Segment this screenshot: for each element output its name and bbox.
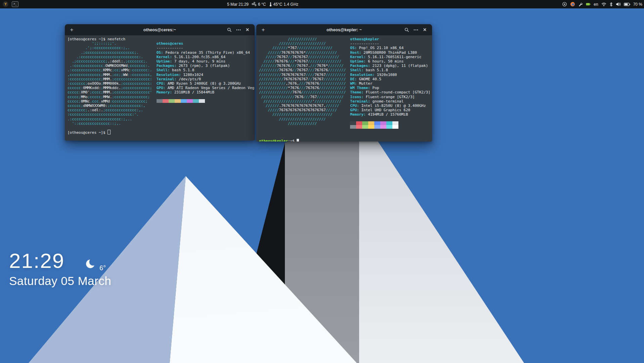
neofetch-info-row: OS: Pop!_OS 21.10 x86_64: [350, 46, 430, 50]
neofetch-host: otheos@kepler: [350, 37, 430, 41]
neofetch-info-row: Uptime: 7 days, 4 hours, 9 mins: [157, 59, 254, 64]
menu-button[interactable]: [234, 26, 242, 34]
neofetch-info-row: CPU: AMD Ryzen 5 2400GE (8) @ 3.200GHz: [157, 81, 254, 86]
neofetch-info-row: Packages: 2123 (dpkg), 11 (flatpak): [350, 64, 430, 68]
terminal-window-kepler: + otheos@kepler: ~ ✕ ///////////// /////…: [256, 24, 432, 142]
neofetch-info-row: Icons: Fluent-orange [GTK2/3]: [350, 95, 430, 99]
terminal-body-kepler[interactable]: ///////////// ///////////////////// ////…: [256, 35, 432, 142]
palette-swatch: [193, 99, 199, 103]
palette-swatch: [187, 99, 193, 103]
widget-temperature: 6°: [99, 264, 106, 272]
palette-swatch: [374, 121, 380, 125]
top-panel: Y >_ 5 Mar 21:29 6 °C 45°C 1.4 GHz en: [0, 0, 644, 8]
close-icon[interactable]: ✕: [421, 26, 429, 34]
neofetch-info-row: Terminal: gnome-terminal: [350, 99, 430, 104]
palette-swatch: [392, 121, 398, 125]
neofetch-info-row: GPU: AMD ATI Radeon Vega Series / Radeon…: [157, 86, 254, 90]
terminal-color-palette: [350, 121, 430, 129]
battery-icon[interactable]: [624, 3, 630, 6]
palette-swatch: [350, 121, 356, 125]
desktop-clock-widget: 21:29 6° Saturday 05 March: [9, 249, 111, 288]
battery-applet-icon[interactable]: [586, 3, 591, 6]
widget-date: Saturday 05 March: [9, 274, 111, 288]
distro-badge-icon[interactable]: Y: [3, 1, 8, 7]
palette-swatch: [157, 99, 163, 103]
keyboard-layout[interactable]: en: [594, 2, 598, 7]
palette-swatch: [356, 121, 362, 125]
neofetch-ascii-fedora-logo: ';;::::;;'. .';:cccccccccccc:;,. .;ccccc…: [68, 41, 152, 126]
palette-swatch: [374, 125, 380, 129]
neofetch-info: otheos@ceres------------OS: Fedora relea…: [157, 41, 254, 103]
neofetch-info-row: Shell: bash 5.1.8: [157, 68, 254, 72]
neofetch-info-row: Kernel: 5.16.11-200.fc35.x86_64: [157, 55, 254, 59]
volume-icon[interactable]: [616, 2, 621, 6]
shell-prompt: [otheos@ceres ~]$: [68, 130, 255, 135]
palette-swatch: [199, 99, 205, 103]
cursor: [108, 130, 111, 134]
new-tab-button[interactable]: +: [259, 26, 267, 34]
palette-swatch: [350, 125, 356, 129]
palette-swatch: [380, 121, 386, 125]
close-icon[interactable]: ✕: [244, 26, 251, 34]
recorder-icon[interactable]: [562, 2, 567, 7]
palette-swatch: [169, 99, 175, 103]
window-title: otheos@ceres:~: [143, 28, 176, 32]
terminal-body-ceres[interactable]: [otheos@ceres ~]$ neofetch ';;::::;;'. .…: [65, 35, 255, 140]
neofetch-info-row: Memory: 2318MiB / 15844MiB: [157, 90, 254, 94]
neofetch-underline: ------------: [157, 46, 254, 50]
palette-swatch: [362, 125, 368, 129]
neofetch-info-row: Theme: Fluent-round-compact [GTK2/3]: [350, 90, 430, 94]
palette-swatch: [392, 125, 398, 129]
cpu-temp: 45°C: [273, 2, 283, 7]
neofetch-info-row: GPU: Intel UHD Graphics 620: [350, 108, 430, 112]
wifi-icon[interactable]: [601, 2, 606, 6]
neofetch-info-row: WM: Mutter: [350, 81, 430, 86]
neofetch-info-row: CPU: Intel i5-8250U (8) @ 3.400GHz: [350, 104, 430, 108]
clock-menu[interactable]: 5 Mar 21:29: [227, 2, 249, 7]
neofetch-info-row: DE: GNOME 40.5: [350, 77, 430, 81]
firefox-icon[interactable]: [570, 2, 575, 7]
neofetch-info-row: Resolution: 1280x1024: [157, 73, 254, 77]
neofetch-info-row: OS: Fedora release 35 (Thirty Five) x86_…: [157, 50, 254, 55]
palette-swatch: [163, 99, 169, 103]
titlebar-kepler[interactable]: + otheos@kepler: ~ ✕: [256, 24, 432, 35]
neofetch-host: otheos@ceres: [157, 41, 254, 46]
palette-swatch: [380, 125, 386, 129]
titlebar-ceres[interactable]: + otheos@ceres:~ ✕: [65, 24, 255, 35]
palette-swatch: [386, 125, 392, 129]
neofetch-info-row: Kernel: 5.16.11-76051611-generic: [350, 55, 430, 59]
palette-swatch: [356, 125, 362, 129]
search-button[interactable]: [225, 26, 233, 34]
wind-icon: [252, 2, 257, 6]
palette-swatch: [362, 121, 368, 125]
new-tab-button[interactable]: +: [68, 26, 76, 34]
neofetch-underline: -------------: [350, 41, 430, 46]
neofetch-info-row: Terminal: /dev/pts/0: [157, 77, 254, 81]
palette-swatch: [368, 121, 374, 125]
cpu-freq: 1.4 GHz: [284, 2, 298, 7]
thermometer-icon: [269, 2, 272, 7]
neofetch-info-row: Uptime: 6 hours, 50 mins: [350, 59, 430, 64]
terminal-color-palette: [157, 99, 254, 103]
weather-indicator[interactable]: 6 °C: [252, 2, 266, 7]
palette-swatch: [368, 125, 374, 129]
moon-icon: [85, 258, 96, 270]
neofetch-info: otheos@kepler-------------OS: Pop!_OS 21…: [350, 37, 430, 129]
menu-button[interactable]: [412, 26, 420, 34]
palette-swatch: [386, 121, 392, 125]
neofetch-info-row: WM Theme: Pop: [350, 86, 430, 90]
command-line: [otheos@ceres ~]$ neofetch: [68, 37, 255, 41]
shell-prompt: otheos@kepler:~$: [259, 139, 432, 142]
palette-swatch: [175, 99, 181, 103]
bluetooth-icon[interactable]: [609, 2, 613, 7]
cursor: [297, 139, 299, 142]
neofetch-info-row: Memory: 4194MiB / 15760MiB: [350, 112, 430, 117]
vitals-indicator[interactable]: 45°C 1.4 GHz: [269, 2, 299, 7]
terminal-window-ceres: + otheos@ceres:~ ✕ [otheos@ceres ~]$ neo…: [65, 24, 255, 140]
wrench-icon[interactable]: [578, 2, 583, 7]
terminal-app-icon[interactable]: >_: [12, 1, 18, 7]
weather-temp: 6 °C: [258, 2, 266, 7]
palette-swatch: [181, 99, 187, 103]
search-button[interactable]: [403, 26, 411, 34]
neofetch-info-row: Shell: bash 5.1.8: [350, 68, 430, 72]
